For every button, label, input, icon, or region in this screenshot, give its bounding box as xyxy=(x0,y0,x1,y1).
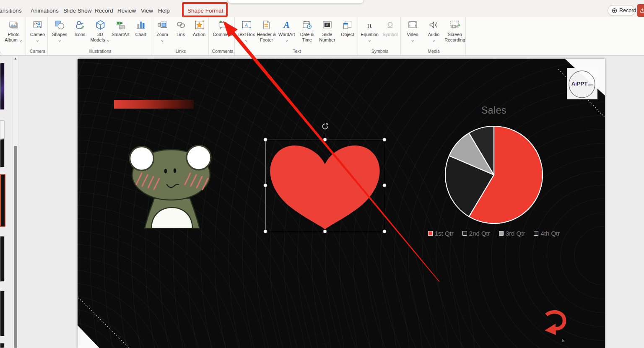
sales-pie-chart[interactable] xyxy=(444,125,544,225)
menu-tab-animations[interactable]: Animations xyxy=(31,8,59,14)
ribbon-button-text-box[interactable]: AText Box ⌄ xyxy=(236,19,256,43)
ribbon-button-screen-recording[interactable]: Screen Recording xyxy=(444,19,465,43)
ribbon-button-wordart[interactable]: AWordArt ⌄ xyxy=(277,19,297,43)
chart-legend[interactable]: 1st Qtr2nd Qtr3rd Qtr4th Qtr xyxy=(410,230,578,237)
ribbon-button-slide-number[interactable]: #Slide Number xyxy=(317,19,337,43)
scrollbar-up-arrow[interactable]: ▲ xyxy=(13,57,18,60)
ribbon-button-label: Audio ⌄ xyxy=(428,32,440,43)
ribbon-button-label: Chart xyxy=(135,32,146,37)
chart-icon xyxy=(135,19,146,31)
chart-title[interactable]: Sales xyxy=(452,105,536,116)
frog-illustration[interactable] xyxy=(125,145,219,229)
ribbon-group-symbols: πEquation ⌄ΩSymbolSymbols xyxy=(359,17,401,55)
ribbon-group-label: Camera xyxy=(28,49,47,54)
heart-shape[interactable] xyxy=(267,141,383,230)
svg-text:A: A xyxy=(283,20,290,30)
screen-recording-icon xyxy=(449,19,460,31)
legend-label: 2nd Qtr xyxy=(469,230,490,237)
object-icon xyxy=(342,19,353,31)
ribbon-button-header-footer[interactable]: Header & Footer xyxy=(256,19,276,43)
svg-text:A: A xyxy=(244,22,248,27)
menu-tab-slide-show[interactable]: Slide Show xyxy=(63,8,92,14)
search-box[interactable] xyxy=(228,0,364,4)
ribbon-button-action[interactable]: Action xyxy=(190,19,208,37)
ribbon-button-label: Equation ⌄ xyxy=(361,32,379,43)
ribbon-button-chart[interactable]: Chart xyxy=(131,19,151,37)
legend-item-4th-qtr[interactable]: 4th Qtr xyxy=(534,230,560,237)
wordart-icon: A xyxy=(281,19,292,31)
legend-label: 1st Qtr xyxy=(435,230,454,237)
ribbon-button-symbol[interactable]: ΩSymbol xyxy=(380,19,400,37)
ribbon-button-comment[interactable]: Comment xyxy=(211,19,234,37)
ribbon-button-label: Icons xyxy=(75,32,86,37)
ribbon-button-cameo[interactable]: PCameo ⌄ xyxy=(28,19,47,43)
ribbon-button-label: Zoom ⌄ xyxy=(156,32,168,43)
ribbon-button-label: Slide Number xyxy=(317,32,337,43)
slide-number-icon: # xyxy=(322,19,333,31)
resize-handle-s[interactable] xyxy=(323,230,327,234)
record-button-label: Record xyxy=(619,8,636,13)
slide-canvas[interactable]: Sales 1st Qtr2nd Qtr3rd Qtr4th Qtr AiPPT… xyxy=(78,59,605,348)
slide-thumbnail-6[interactable] xyxy=(0,343,5,348)
photo-album-icon xyxy=(8,19,19,31)
ribbon-button-label: Date & Time xyxy=(297,32,317,43)
menu-tab-shape-format[interactable]: Shape Format xyxy=(187,8,223,14)
ribbon-button-label: WordArt ⌄ xyxy=(278,32,295,43)
share-button[interactable] xyxy=(637,4,644,17)
slide-thumbnail-2[interactable] xyxy=(0,120,5,167)
ribbon-button-3d-models[interactable]: 3D Models ⌄ xyxy=(90,19,110,43)
curved-arrow-shape[interactable] xyxy=(543,309,567,335)
share-icon xyxy=(639,8,644,13)
resize-handle-nw[interactable] xyxy=(264,138,267,142)
ribbon-group-label: Text xyxy=(236,49,358,54)
slide-thumbnail-3[interactable] xyxy=(0,174,5,227)
ribbon-button-zoom[interactable]: Zoom ⌄ xyxy=(153,19,171,43)
ribbon-button-link[interactable]: Link xyxy=(171,19,190,37)
record-icon xyxy=(612,8,617,13)
resize-handle-w[interactable] xyxy=(264,184,267,187)
ribbon-group-label: Links xyxy=(153,49,208,54)
ribbon-button-video[interactable]: Video ⌄ xyxy=(402,19,423,43)
record-button[interactable]: Record xyxy=(608,5,635,16)
resize-handle-se[interactable] xyxy=(383,230,387,234)
resize-handle-e[interactable] xyxy=(383,184,387,187)
legend-item-3rd-qtr[interactable]: 3rd Qtr xyxy=(499,230,525,237)
3d-models-icon xyxy=(95,19,106,31)
menu-tab-view[interactable]: View xyxy=(141,8,153,14)
legend-item-2nd-qtr[interactable]: 2nd Qtr xyxy=(462,230,490,237)
aippt-logo[interactable]: AiPPT.com xyxy=(567,68,597,99)
ribbon-button-label: Comment xyxy=(213,32,233,37)
ribbon-button-icons[interactable]: Icons xyxy=(70,19,90,37)
ribbon-button-label: Video ⌄ xyxy=(407,32,418,43)
ribbon-group-text: AText Box ⌄Header & FooterAWordArt ⌄Date… xyxy=(236,17,358,55)
menu-bar: TransitionsAnimationsSlide ShowRecordRev… xyxy=(0,0,644,17)
ribbon-button-smartart[interactable]: SmartArt xyxy=(110,19,130,37)
slide-thumbnail-5[interactable] xyxy=(0,291,5,336)
ribbon-button-equation[interactable]: πEquation ⌄ xyxy=(359,19,380,43)
menu-tab-record[interactable]: Record xyxy=(95,8,113,14)
resize-handle-n[interactable] xyxy=(323,138,327,142)
resize-handle-sw[interactable] xyxy=(264,230,267,234)
comment-icon xyxy=(217,19,229,31)
legend-item-1st-qtr[interactable]: 1st Qtr xyxy=(428,230,454,237)
rotate-handle[interactable] xyxy=(322,123,329,130)
scrollbar-thumb[interactable] xyxy=(14,146,17,348)
ribbon-group-label: Media xyxy=(402,49,465,54)
slide-thumbnail-4[interactable] xyxy=(0,236,5,282)
resize-handle-ne[interactable] xyxy=(383,138,387,142)
svg-text:#: # xyxy=(326,22,329,27)
logo-text: AiPPT.com xyxy=(571,81,593,87)
ribbon-button-shapes[interactable]: Shapes ⌄ xyxy=(49,19,70,43)
ribbon-button-label: Object xyxy=(341,32,354,37)
ribbon-button-photo-album[interactable]: Photo Album ⌄ xyxy=(2,19,26,43)
slide-thumbnail-1[interactable] xyxy=(0,63,5,110)
menu-tab-help[interactable]: Help xyxy=(158,8,170,14)
menu-tab-transitions[interactable]: Transitions xyxy=(0,8,22,14)
ribbon-group-label: Illustrations xyxy=(49,49,151,54)
menu-tab-review[interactable]: Review xyxy=(117,8,136,14)
ribbon-button-date-time[interactable]: Date & Time xyxy=(297,19,317,43)
zoom-icon xyxy=(157,19,168,31)
red-gradient-bar-shape[interactable] xyxy=(114,100,194,109)
ribbon-button-audio[interactable]: Audio ⌄ xyxy=(423,19,444,43)
ribbon-button-object[interactable]: Object xyxy=(338,19,358,37)
